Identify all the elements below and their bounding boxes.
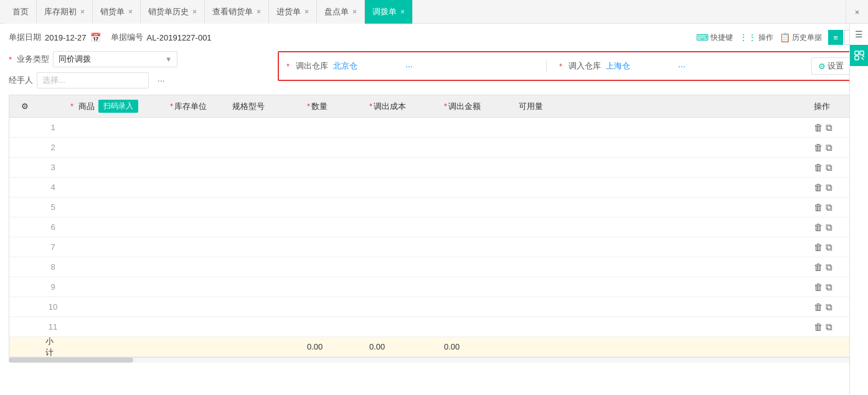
col-product-header: * 商品 扫码录入 <box>65 100 165 113</box>
tab-transfer[interactable]: 调拨单 × <box>365 0 413 24</box>
shortcuts-button[interactable]: ⌨ 快捷键 <box>696 32 733 43</box>
history-label: 历史单据 <box>792 32 822 43</box>
tab-stocktake-close[interactable]: × <box>352 8 357 16</box>
tab-purchase[interactable]: 进货单 × <box>269 0 317 24</box>
tab-transfer-close[interactable]: × <box>400 8 405 16</box>
list-view-button[interactable]: ≡ <box>828 30 843 45</box>
table-row: 3 🗑 ⧉ <box>9 158 859 178</box>
table-row: 5 🗑 ⧉ <box>9 198 859 217</box>
tab-inventory-init-close[interactable]: × <box>80 8 85 16</box>
sidebar-list-icon[interactable]: ☰ <box>850 24 869 45</box>
tab-view-sales-close[interactable]: × <box>257 8 261 16</box>
row5-delete-button[interactable]: 🗑 <box>814 202 823 213</box>
history-icon: 📋 <box>780 32 790 42</box>
scroll-thumb[interactable] <box>9 358 133 363</box>
row3-index: 3 <box>40 163 65 172</box>
business-type-label: 业务类型 <box>17 54 49 65</box>
unit-required-icon: * <box>170 102 173 111</box>
operations-icon: ⋮⋮ <box>739 32 757 42</box>
row6-delete-button[interactable]: 🗑 <box>814 222 823 233</box>
amount-required-icon: * <box>444 102 447 111</box>
tab-sales-history-close[interactable]: × <box>192 8 197 16</box>
row3-delete-button[interactable]: 🗑 <box>814 162 823 173</box>
row4-delete-button[interactable]: 🗑 <box>814 182 823 193</box>
date-value: 2019-12-27 <box>45 33 87 42</box>
subtotal-row: 小计 0.00 0.00 0.00 <box>9 337 859 357</box>
row5-copy-button[interactable]: ⧉ <box>826 202 833 213</box>
warehouse-in-more-button[interactable]: ··· <box>678 61 686 71</box>
person-select[interactable]: 选择... <box>37 72 149 88</box>
row8-index: 8 <box>40 262 65 272</box>
keyboard-icon: ⌨ <box>696 32 709 42</box>
row10-index: 10 <box>40 302 65 312</box>
row7-copy-button[interactable]: ⧉ <box>826 242 833 253</box>
row8-delete-button[interactable]: 🗑 <box>814 262 823 273</box>
subtotal-amount: 0.00 <box>439 342 514 351</box>
col-cost-header: *调出成本 <box>364 101 439 112</box>
row9-copy-button[interactable]: ⧉ <box>826 282 833 293</box>
tab-view-sales[interactable]: 查看销货单 × <box>205 0 269 24</box>
row3-copy-button[interactable]: ⧉ <box>826 162 833 173</box>
warehouse-fields: * 调出仓库 北京仓 ··· * 调入仓库 上海仓 ··· ⚙ 设置 <box>278 51 859 81</box>
row11-copy-button[interactable]: ⧉ <box>826 321 833 333</box>
table-row: 9 🗑 ⧉ <box>9 277 859 297</box>
tab-purchase-close[interactable]: × <box>304 8 309 16</box>
row1-copy-button[interactable]: ⧉ <box>826 122 833 133</box>
tab-transfer-label: 调拨单 <box>372 6 397 17</box>
tab-bar: 首页 库存期初 × 销货单 × 销货单历史 × 查看销货单 × 进货单 × 盘点… <box>0 0 868 24</box>
subtotal-qty: 0.00 <box>302 342 364 351</box>
row6-copy-button[interactable]: ⧉ <box>826 222 833 233</box>
person-more-button[interactable]: ··· <box>158 75 165 85</box>
operations-label: 操作 <box>758 32 773 43</box>
main-content: 单据日期 2019-12-27 📅 单据编号 AL-20191227-001 ⌨… <box>0 24 868 369</box>
tab-inventory-init[interactable]: 库存期初 × <box>37 0 93 24</box>
business-type-select[interactable]: 同价调拨 ▼ <box>53 51 177 67</box>
svg-rect-1 <box>860 51 864 55</box>
cost-required-icon: * <box>369 102 372 111</box>
tab-stocktake[interactable]: 盘点单 × <box>317 0 365 24</box>
tab-stocktake-label: 盘点单 <box>324 6 349 17</box>
row1-delete-button[interactable]: 🗑 <box>814 122 823 133</box>
table-container: ⚙ * 商品 扫码录入 *库存单位 规格型号 *数量 *调出成本 *调出金额 可… <box>9 95 859 358</box>
row7-delete-button[interactable]: 🗑 <box>814 242 823 253</box>
warehouse-in-label: 调入仓库 <box>568 60 601 72</box>
col-amount-header: *调出金额 <box>439 101 514 112</box>
col-settings-header[interactable]: ⚙ <box>9 102 40 111</box>
row2-delete-button[interactable]: 🗑 <box>814 142 823 153</box>
table-row: 2 🗑 ⧉ <box>9 138 859 158</box>
tab-home[interactable]: 首页 <box>5 0 37 24</box>
tab-sales-history[interactable]: 销货单历史 × <box>141 0 205 24</box>
tab-sales-order-close[interactable]: × <box>128 8 133 16</box>
warehouse-in-value[interactable]: 上海仓 <box>606 60 668 72</box>
col-spec-header: 规格型号 <box>227 101 302 112</box>
calendar-icon[interactable]: 📅 <box>90 32 101 42</box>
operations-button[interactable]: ⋮⋮ 操作 <box>739 32 773 43</box>
settings-button[interactable]: ⚙ 设置 <box>811 57 851 75</box>
table-row: 8 🗑 ⧉ <box>9 257 859 277</box>
row2-copy-button[interactable]: ⧉ <box>826 142 833 153</box>
tab-sales-order[interactable]: 销货单 × <box>93 0 141 24</box>
scan-input-button[interactable]: 扫码录入 <box>98 100 138 113</box>
row9-index: 9 <box>40 282 65 292</box>
table-row: 10 🗑 ⧉ <box>9 297 859 317</box>
close-all-tabs-button[interactable]: × <box>846 0 868 24</box>
row10-delete-button[interactable]: 🗑 <box>814 302 823 313</box>
settings-label: 设置 <box>828 60 844 72</box>
row11-delete-button[interactable]: 🗑 <box>814 321 823 333</box>
history-button[interactable]: 📋 历史单据 <box>780 32 822 43</box>
tab-inventory-init-label: 库存期初 <box>44 6 77 17</box>
sidebar: ☰ <box>849 24 868 369</box>
chevron-down-icon: ▼ <box>165 55 172 63</box>
row10-copy-button[interactable]: ⧉ <box>826 302 833 313</box>
date-field: 单据日期 2019-12-27 📅 <box>9 32 101 43</box>
row9-delete-button[interactable]: 🗑 <box>814 282 823 293</box>
tab-sales-order-label: 销货单 <box>100 6 125 17</box>
warehouse-out-more-button[interactable]: ··· <box>405 61 413 71</box>
row8-copy-button[interactable]: ⧉ <box>826 262 833 273</box>
person-placeholder: 选择... <box>42 75 65 86</box>
warehouse-out-value[interactable]: 北京仓 <box>333 60 395 72</box>
horizontal-scrollbar[interactable] <box>9 358 859 363</box>
qty-required-icon: * <box>307 102 310 111</box>
sidebar-expand-icon[interactable] <box>850 45 869 66</box>
row4-copy-button[interactable]: ⧉ <box>826 182 833 193</box>
